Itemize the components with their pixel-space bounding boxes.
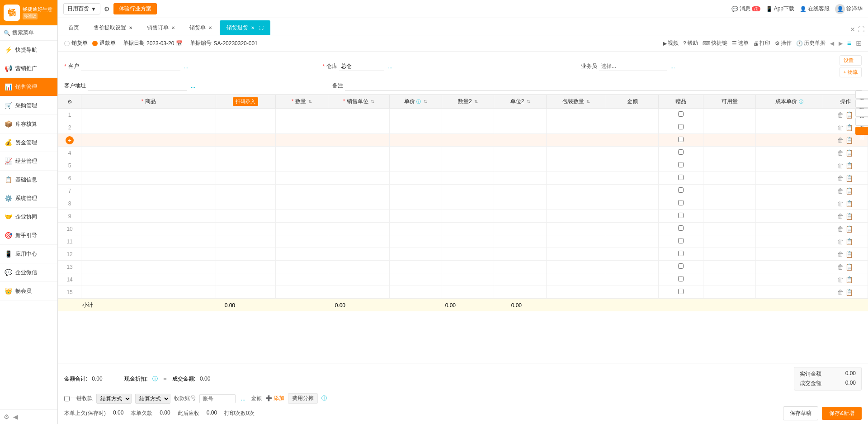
package-sort-icon[interactable]: ⇅ <box>586 99 590 104</box>
float-screenshot-btn[interactable]: 截图 <box>855 127 868 135</box>
copy-row-button[interactable]: 📋 <box>844 225 854 233</box>
daily-selector[interactable]: 日用百货 ▼ <box>63 3 100 14</box>
copy-row-button[interactable]: 📋 <box>844 162 854 169</box>
copy-row-button[interactable]: 📋 <box>844 238 854 245</box>
video-btn[interactable]: ▶ 视频 <box>663 39 679 47</box>
warehouse-more-btn[interactable]: ... <box>386 63 394 70</box>
float-star-btn[interactable]: 星标 <box>855 109 868 117</box>
gift-checkbox[interactable] <box>678 289 684 294</box>
view-toggle-list[interactable]: ≡ <box>847 39 851 48</box>
gift-checkbox[interactable] <box>678 124 684 129</box>
float-attach-btn[interactable]: 附件 <box>855 100 868 108</box>
gift-checkbox[interactable] <box>678 200 684 205</box>
sidebar-item-system[interactable]: ⚙️ 系统管理 <box>0 189 57 208</box>
gift-checkbox[interactable] <box>678 149 684 155</box>
search-menu[interactable]: 🔍 搜索菜单 <box>0 25 57 41</box>
product-cell[interactable] <box>81 286 216 299</box>
sidebar-item-wechat[interactable]: 💬 企业微信 <box>0 263 57 282</box>
tab-price-settings[interactable]: 售价提取设置 ✕ <box>87 20 139 35</box>
settlement-select[interactable]: 结算方式 <box>96 394 132 404</box>
tab-sales-order-close-icon[interactable]: ✕ <box>171 25 175 30</box>
product-cell[interactable] <box>81 273 216 286</box>
price-info-icon[interactable]: ⓘ <box>416 99 421 104</box>
unit2-sort-icon[interactable]: ⇅ <box>527 99 530 104</box>
operate-btn[interactable]: ⚙ 操作 <box>775 39 792 47</box>
gift-cell[interactable] <box>659 286 703 299</box>
delete-row-button[interactable]: 🗑 <box>836 111 844 119</box>
calc-select[interactable]: 结算方式 <box>135 394 170 404</box>
sidebar-item-sales[interactable]: 📊 销售管理 <box>0 78 57 96</box>
shortcut-btn[interactable]: ⌨ 快捷键 <box>703 39 727 47</box>
account-more-btn[interactable]: ... <box>239 395 247 402</box>
tab-sales-return[interactable]: 销货退货 ✕ ⛶ <box>220 20 270 35</box>
gift-cell[interactable] <box>659 172 703 185</box>
gift-cell[interactable] <box>659 134 703 147</box>
gift-cell[interactable] <box>659 121 703 134</box>
note-input[interactable] <box>345 81 862 91</box>
gift-cell[interactable] <box>659 185 703 197</box>
product-input[interactable] <box>84 137 213 143</box>
product-cell[interactable] <box>81 235 216 248</box>
salesperson-input[interactable] <box>599 62 667 71</box>
scan-input-button[interactable]: 扫码录入 <box>233 97 258 106</box>
date-value[interactable]: 2023-03-20 <box>146 40 174 47</box>
float-image-btn[interactable]: 图片 <box>855 91 868 99</box>
print-btn[interactable]: 🖨 打印 <box>753 39 770 47</box>
one-click-pay-check[interactable]: 一键收款 <box>64 395 93 402</box>
gift-checkbox[interactable] <box>678 137 684 142</box>
customer-more-btn[interactable]: ... <box>182 63 190 70</box>
tab-price-close-icon[interactable]: ✕ <box>129 25 132 30</box>
add-row-button[interactable]: + <box>66 136 74 144</box>
tab-sales-return-close-icon[interactable]: ✕ <box>251 25 255 30</box>
product-cell[interactable] <box>81 248 216 261</box>
gift-cell[interactable] <box>659 273 703 286</box>
delete-row-button[interactable]: 🗑 <box>836 276 844 283</box>
delete-row-button[interactable]: 🗑 <box>836 124 844 131</box>
expand-window-icon[interactable]: ⛶ <box>858 26 864 33</box>
sidebar-item-member[interactable]: 👑 畅会员 <box>0 282 57 300</box>
delete-row-button[interactable]: 🗑 <box>836 149 844 157</box>
copy-row-button[interactable]: 📋 <box>844 251 854 258</box>
copy-row-button[interactable]: 📋 <box>844 289 854 296</box>
col-settings[interactable]: ⚙ <box>58 95 81 109</box>
experience-button[interactable]: 体验行业方案 <box>113 3 157 14</box>
gift-checkbox[interactable] <box>678 251 684 256</box>
copy-row-button[interactable]: 📋 <box>844 263 854 271</box>
sidebar-settings-btn[interactable]: ⚙ <box>4 413 9 420</box>
radio-refund[interactable]: 退款单 <box>92 39 116 47</box>
gift-checkbox[interactable] <box>678 276 684 281</box>
gift-cell[interactable] <box>659 235 703 248</box>
sidebar-item-purchase[interactable]: 🛒 采购管理 <box>0 96 57 115</box>
sidebar-item-marketing[interactable]: 📢 营销推广 <box>0 59 57 78</box>
sidebar-item-basic[interactable]: 📋 基础信息 <box>0 171 57 189</box>
expense-split-btn[interactable]: 费用分摊 <box>288 393 318 404</box>
qty2-sort-icon[interactable]: ⇅ <box>474 99 478 104</box>
product-cell[interactable] <box>81 121 216 134</box>
product-cell[interactable] <box>81 172 216 185</box>
sidebar-item-guide[interactable]: 🎯 新手引导 <box>0 226 57 245</box>
copy-row-button[interactable]: 📋 <box>844 175 854 182</box>
gift-checkbox[interactable] <box>678 187 684 193</box>
copy-row-button[interactable]: 📋 <box>844 213 854 220</box>
delete-row-button[interactable]: 🗑 <box>836 213 844 220</box>
unit-sort-icon[interactable]: ⇅ <box>371 99 374 104</box>
user-profile[interactable]: 👤 徐泽华 <box>835 4 863 14</box>
sidebar-item-inventory[interactable]: 📦 库存核算 <box>0 115 57 133</box>
delete-row-button[interactable]: 🗑 <box>836 187 844 195</box>
messages-btn[interactable]: 💬 消息 70 <box>731 5 760 13</box>
select-btn[interactable]: ☰ 选单 <box>732 39 749 47</box>
sidebar-item-quicknav[interactable]: ⚡ 快捷导航 <box>0 41 57 59</box>
gift-checkbox[interactable] <box>678 225 684 231</box>
product-cell[interactable] <box>81 210 216 223</box>
copy-row-button[interactable]: 📋 <box>844 187 854 195</box>
tab-sales-order[interactable]: 销售订单 ✕ <box>140 20 182 35</box>
gift-cell[interactable] <box>659 261 703 273</box>
copy-row-button[interactable]: 📋 <box>844 149 854 157</box>
sidebar-item-appstore[interactable]: 📱 应用中心 <box>0 245 57 263</box>
product-cell[interactable] <box>81 147 216 159</box>
customer-input[interactable] <box>81 62 180 71</box>
gift-cell[interactable] <box>659 147 703 159</box>
delete-row-button[interactable]: 🗑 <box>836 289 844 296</box>
address-input[interactable] <box>88 81 187 91</box>
delete-row-button[interactable]: 🗑 <box>836 200 844 207</box>
